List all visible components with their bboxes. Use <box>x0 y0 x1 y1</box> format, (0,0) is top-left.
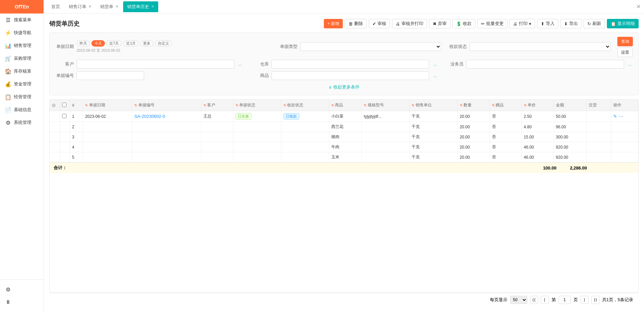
customer-ellipsis-button[interactable]: ... <box>237 62 243 67</box>
collect-status-group: 收款状态 <box>448 42 611 51</box>
row-checkbox-0[interactable] <box>62 114 66 118</box>
cell-docnum-1 <box>132 122 201 132</box>
customer-label: 客户 <box>55 61 74 67</box>
sort-icon-spec[interactable]: ⇅ <box>364 103 366 107</box>
salesperson-input[interactable] <box>466 60 624 69</box>
tab-close-sales-goods[interactable]: ✕ <box>115 4 118 9</box>
sidebar-item-pause[interactable]: ⏸ <box>0 296 44 309</box>
sort-icon-customer[interactable]: ⇅ <box>203 103 206 107</box>
purchase-mgmt-icon: 🛒 <box>5 55 11 61</box>
goods-input[interactable] <box>272 71 429 80</box>
cell-unit-1: 千克 <box>410 122 457 132</box>
collapse-button[interactable]: ∧ 收起更多条件 <box>55 83 633 92</box>
sidebar-item-finance[interactable]: 💰 资金管理 <box>0 78 44 90</box>
select-all-checkbox[interactable] <box>62 103 66 107</box>
cell-price-2: 15.00 <box>522 132 554 142</box>
abandon-icon: ✖ <box>433 21 437 26</box>
table-settings-icon[interactable]: ⚙ <box>52 103 56 108</box>
customer-input[interactable] <box>77 60 234 69</box>
tab-close-sales-order[interactable]: ✕ <box>88 4 91 9</box>
date-pill-近1月[interactable]: 近1月 <box>123 40 139 47</box>
sidebar-item-sales-mgmt[interactable]: 📊 销售管理 <box>0 39 44 52</box>
sidebar-item-inventory[interactable]: 🏠 库存核算 <box>0 65 44 78</box>
date-pill-更多[interactable]: 更多 <box>140 40 153 47</box>
doc-num-label: 单据编号 <box>55 73 74 79</box>
sidebar-item-gear[interactable]: ⚙ <box>0 283 44 296</box>
cell-customer-4 <box>201 152 233 162</box>
table-row: 2 西兰花 千克 20.00 否 4.80 96.00 <box>50 122 638 132</box>
next-page-button[interactable]: ⟩ <box>581 296 589 304</box>
sort-icon-date[interactable]: ⇅ <box>85 103 88 107</box>
sort-icon-price[interactable]: ⇅ <box>524 103 527 107</box>
th-action: 操作 <box>611 100 638 111</box>
tab-sales-goods[interactable]: 销货单✕ <box>96 1 122 12</box>
sidebar-item-sys-mgmt[interactable]: ⚙ 系统管理 <box>0 116 44 129</box>
tab-label-sales-history: 销货单历史 <box>127 4 149 10</box>
goods-ellipsis-button[interactable]: ... <box>432 73 438 78</box>
cell-action-0: ✎ ⋯ <box>611 111 638 122</box>
date-pill-近7天[interactable]: 近7天 <box>106 40 122 47</box>
cell-rownum-1: 2 <box>70 122 83 132</box>
summary-amount: 2,286.00 <box>570 165 607 171</box>
tab-sales-history[interactable]: 销货单历史✕ <box>123 1 158 12</box>
basic-info-icon: 📄 <box>5 107 11 113</box>
settings-button[interactable]: 设置 <box>617 48 633 57</box>
import-icon: ⬆ <box>541 21 544 26</box>
tab-sales-order[interactable]: 销售订单✕ <box>65 1 95 12</box>
sidebar-item-label-basic-info: 基础信息 <box>14 107 31 113</box>
new-button[interactable]: + 新增 <box>324 19 343 28</box>
import-button[interactable]: ⬆ 导入 <box>537 19 558 28</box>
query-button[interactable]: 查询 <box>617 37 633 46</box>
sidebar-item-quick-nav[interactable]: ⚡ 快捷导航 <box>0 26 44 39</box>
sort-icon-unit[interactable]: ⇅ <box>412 103 414 107</box>
sort-icon-docnum[interactable]: ⇅ <box>134 103 137 107</box>
warehouse-input[interactable] <box>272 60 429 69</box>
print-button[interactable]: 🖨 打印 ▾ <box>509 19 535 28</box>
cell-collectstatus-3 <box>281 142 329 152</box>
sidebar-item-search-menu[interactable]: ☰ 搜索菜单 <box>0 14 44 26</box>
sort-icon-collectstatus[interactable]: ⇅ <box>283 103 286 107</box>
delete-button[interactable]: 🗑 删除 <box>345 19 367 28</box>
export-button[interactable]: ⬇ 导出 <box>560 19 582 28</box>
audit-button[interactable]: ✔ 审核 <box>369 19 390 28</box>
cell-unit-3: 千克 <box>410 142 457 152</box>
edit-icon-0[interactable]: ✎ <box>613 114 617 119</box>
sort-icon-docstatus[interactable]: ⇅ <box>235 103 238 107</box>
sidebar-item-basic-info[interactable]: 📄 基础信息 <box>0 103 44 116</box>
more-icon-0[interactable]: ⋯ <box>619 114 623 119</box>
show-details-button[interactable]: 📋 显示明细 <box>607 19 639 28</box>
sidebar-item-operations[interactable]: 📋 经营管理 <box>0 90 44 103</box>
doc-type-select[interactable] <box>300 42 441 51</box>
cell-docstatus-2 <box>233 132 281 142</box>
collect-button[interactable]: 💲 收款 <box>452 19 475 28</box>
sort-icon-qty[interactable]: ⇅ <box>460 103 463 107</box>
abandon-button[interactable]: ✖ 弃审 <box>429 19 450 28</box>
sort-icon-goods[interactable]: ⇅ <box>331 103 334 107</box>
prev-page-button[interactable]: ⟨ <box>541 296 549 304</box>
audit-print-icon: 🖨 <box>396 21 400 26</box>
audit-print-button[interactable]: 🖨 审核并打印 <box>392 19 427 28</box>
per-page-select[interactable]: 50 100 200 <box>510 296 527 304</box>
batch-change-button[interactable]: ✏ 批量变更 <box>477 19 507 28</box>
tab-close-sales-history[interactable]: ✕ <box>151 4 154 9</box>
cell-goods-4: 玉米 <box>329 152 362 162</box>
sort-icon-gift[interactable]: ⇅ <box>492 103 495 107</box>
tab-label-sales-order: 销售订单 <box>69 4 86 10</box>
cell-amount-3: 920.00 <box>554 142 587 152</box>
tab-home[interactable]: 首页 <box>47 1 64 12</box>
sidebar-item-purchase-mgmt[interactable]: 🛒 采购管理 <box>0 52 44 65</box>
last-page-button[interactable]: ⟩⟩ <box>591 296 599 304</box>
date-pill-自定义[interactable]: 自定义 <box>155 40 172 47</box>
doc-num-link-0[interactable]: SA-20230602-0 <box>134 114 165 119</box>
refresh-button[interactable]: ↻ 刷新 <box>584 19 605 28</box>
window-close-icon[interactable]: ✕ <box>636 3 641 10</box>
first-page-button[interactable]: ⟨⟨ <box>530 296 538 304</box>
cell-rownum-2: 3 <box>70 132 83 142</box>
date-pill-昨天[interactable]: 昨天 <box>77 40 90 47</box>
collect-status-select[interactable] <box>470 42 611 51</box>
doc-num-input[interactable] <box>77 71 144 80</box>
salesperson-ellipsis-button[interactable]: ... <box>627 62 633 67</box>
page-input[interactable] <box>559 296 571 304</box>
date-pill-今天[interactable]: 今天 <box>91 40 105 47</box>
warehouse-ellipsis-button[interactable]: ... <box>432 62 438 67</box>
